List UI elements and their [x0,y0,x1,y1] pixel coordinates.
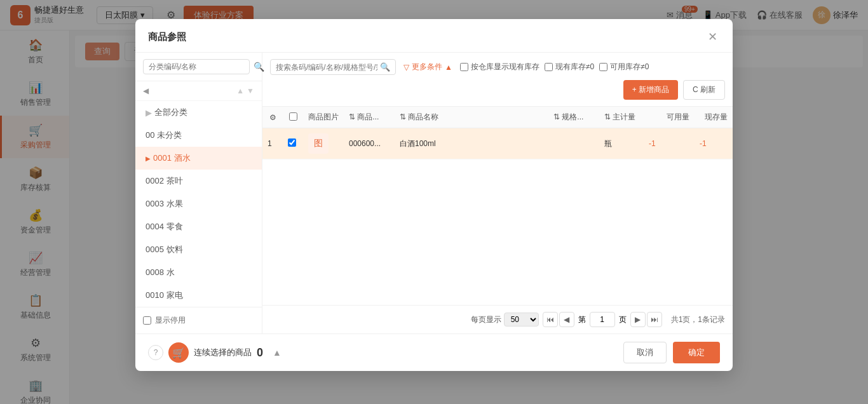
modal-title: 商品参照 [148,31,186,43]
col-header-code[interactable]: ⇅ 商品... [344,107,395,128]
category-label-3: 0003 水果 [146,198,183,210]
category-item-2[interactable]: 0002 茶叶 [135,170,262,192]
col-header-name[interactable]: ⇅ 商品名称 [395,107,548,128]
row-unit: 瓶 [599,128,644,159]
next-page-button[interactable]: ▶ [630,312,646,327]
category-nav-icons: ▲ ▼ [236,86,254,95]
select-all-checkbox[interactable] [289,112,297,121]
category-label-4: 0004 零食 [146,221,183,232]
confirm-button[interactable]: 确定 [673,342,720,363]
active-arrow-icon: ▶ [146,155,151,162]
modal-body: 🔍 ◀ ▲ ▼ ▶ 全部分类 00 未分类 [135,53,733,333]
cart-collapse-button[interactable]: ▲ [268,344,286,361]
per-page-label: 每页显示 [471,314,501,325]
cart-section: ? 🛒 连续选择的商品 0 ▲ [148,342,286,363]
nav-next-icon: ▼ [247,86,254,95]
page-unit-label: 页 [619,314,627,325]
last-page-button[interactable]: ⏭ [647,312,662,327]
filter-arrow-icon: ▲ [445,63,452,72]
display-disabled-label[interactable]: 显示停用 [143,315,254,326]
category-item-1[interactable]: ▶ 0001 酒水 [135,147,262,170]
product-table-wrap: ⚙ 商品图片 ⇅ 商品... [262,107,733,305]
category-item-all[interactable]: ▶ 全部分类 [135,101,262,124]
category-search-bar: 🔍 [135,53,262,81]
current-stock-checkbox[interactable] [545,63,553,71]
warehouse-stock-checkbox[interactable] [460,63,468,71]
row-num: 1 [262,128,283,159]
checkbox-current-stock[interactable]: 现有库存≠0 [545,62,594,72]
col-header-avail: 可用量 [644,107,695,128]
prev-page-button[interactable]: ◀ [559,312,574,327]
category-item-5[interactable]: 0005 饮料 [135,238,262,261]
col-header-spec[interactable]: ⇅ 规格... [548,107,599,128]
cart-label: 连续选择的商品 [194,347,252,358]
row-img: 图 [303,128,344,159]
add-product-button[interactable]: + 新增商品 [623,80,678,100]
per-page-selector: 每页显示 50 10 20 100 [471,313,539,327]
filter-button[interactable]: ▽ 更多条件 ▲ [401,62,455,72]
product-search-input[interactable] [276,63,377,72]
toolbar-right-actions: + 新增商品 C 刷新 [623,80,725,100]
category-search-input[interactable] [143,59,250,74]
product-panel: 🔍 ▽ 更多条件 ▲ 按仓库显示现有库存 现有库存≠0 [262,53,733,333]
help-icon[interactable]: ? [148,345,163,360]
checkbox-warehouse-stock[interactable]: 按仓库显示现有库存 [460,62,539,72]
filter-label: 更多条件 [412,62,442,72]
col-header-check [283,107,303,128]
product-search-wrap: 🔍 [270,59,396,75]
category-nav-header: ◀ ▲ ▼ [135,81,262,101]
category-item-6[interactable]: 0008 水 [135,261,262,284]
modal-overlay: 商品参照 ✕ 🔍 ◀ ▲ ▼ [0,0,868,404]
refresh-button[interactable]: C 刷新 [683,80,725,100]
first-page-button[interactable]: ⏮ [543,312,558,327]
sort-icon-name: ⇅ [400,112,406,121]
row-checkbox[interactable] [288,138,296,147]
cart-count: 0 [257,346,263,360]
category-item-0[interactable]: 00 未分类 [135,124,262,147]
sort-icon-unit: ⇅ [604,112,611,121]
filter-icon: ▽ [403,63,409,72]
cart-icon[interactable]: 🛒 [168,342,189,363]
category-label-2: 0002 茶叶 [146,175,183,187]
row-check[interactable] [283,128,303,159]
col-header-settings[interactable]: ⚙ [262,107,283,128]
category-label-6: 0008 水 [146,267,175,278]
page-label: 第 [578,314,586,325]
category-list: ▶ 全部分类 00 未分类 ▶ 0001 酒水 0002 茶叶 0003 水果 [135,101,262,307]
category-code-0: 00 未分类 [146,130,182,141]
display-disabled-checkbox[interactable] [143,316,151,325]
col-header-unit[interactable]: ⇅ 主计量 [599,107,644,128]
available-stock-checkbox[interactable] [599,63,607,71]
product-thumbnail: 图 [308,133,329,154]
category-item-3[interactable]: 0003 水果 [135,192,262,215]
table-row[interactable]: 1 图 000600... 白酒100ml 瓶 [262,128,733,159]
per-page-select[interactable]: 50 10 20 100 [504,313,539,327]
category-label-5: 0005 饮料 [146,244,183,255]
category-panel: 🔍 ◀ ▲ ▼ ▶ 全部分类 00 未分类 [135,53,262,333]
category-item-4[interactable]: 0004 零食 [135,215,262,238]
category-label-7: 0010 家电 [146,290,183,301]
modal-header: 商品参照 ✕ [135,19,733,53]
pagination-bar: 每页显示 50 10 20 100 ⏮ ◀ 第 页 [262,305,733,333]
product-reference-modal: 商品参照 ✕ 🔍 ◀ ▲ ▼ [135,19,733,371]
row-avail: -1 [644,128,695,159]
page-info: 共1页，1条记录 [671,314,725,325]
row-spec [548,128,599,159]
modal-close-button[interactable]: ✕ [705,29,720,44]
footer-actions: 取消 确定 [623,342,720,363]
product-table: ⚙ 商品图片 ⇅ 商品... [262,107,733,159]
cancel-button[interactable]: 取消 [623,342,667,363]
col-header-img: 商品图片 [303,107,344,128]
collapse-left-icon: ◀ [143,86,149,95]
checkbox-available-stock[interactable]: 可用库存≠0 [599,62,649,72]
search-icon[interactable]: 🔍 [380,62,390,72]
sort-icon-spec: ⇅ [553,112,560,121]
display-disabled-text: 显示停用 [155,315,186,326]
nav-prev-icon: ▲ [236,86,244,95]
page-number-input[interactable] [590,312,615,327]
category-item-7[interactable]: 0010 家电 [135,284,262,307]
row-code: 000600... [344,128,395,159]
row-stock: -1 [695,128,733,159]
category-label-1: 0001 酒水 [153,152,191,164]
col-header-stock: 现存量 [695,107,733,128]
